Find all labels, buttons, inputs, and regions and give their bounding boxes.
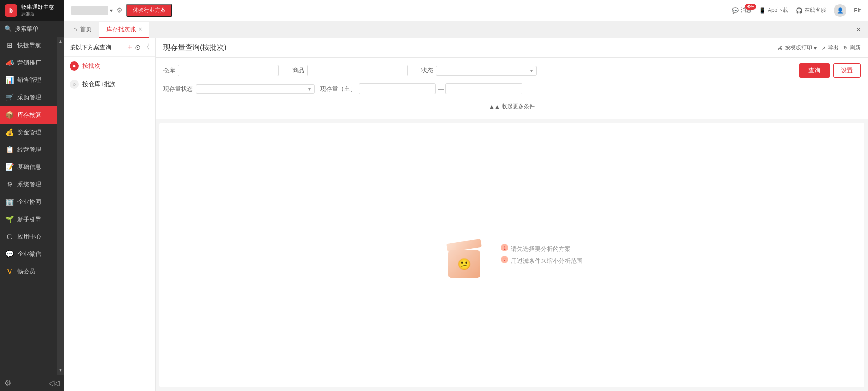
sidebar-header: b 畅康通好生意 标准版: [0, 0, 64, 21]
status-select[interactable]: ▾: [436, 66, 537, 76]
sidebar-item-newbie[interactable]: 🌱 新手引导: [0, 211, 57, 228]
app-logo: b: [5, 4, 17, 17]
product-more-button[interactable]: ···: [411, 67, 416, 74]
empty-box-lid: [446, 239, 482, 252]
trial-button[interactable]: 体验行业方案: [126, 4, 172, 17]
filter-item-by-batch[interactable]: ● 按批次: [64, 57, 155, 75]
warehouse-label: 仓库: [163, 66, 175, 75]
export-icon: ↗: [821, 45, 826, 51]
quantity-range: —: [359, 83, 522, 94]
query-header: 现存量查询(按批次) 🖨 按模板打印 ▾ ↗ 导出 ↻ 刷新: [156, 38, 868, 58]
second-filter-row: 现存量状态 ▾ 现存量（主） —: [163, 83, 861, 94]
app-version: 标准版: [21, 11, 54, 17]
print-button[interactable]: 🖨 按模板打印 ▾: [777, 44, 817, 52]
search-menu-item[interactable]: 🔍 搜索菜单: [0, 21, 64, 37]
sidebar-item-wechat[interactable]: 💬 企业微信: [0, 245, 57, 263]
message-icon: 💬: [732, 7, 739, 14]
print-dropdown-arrow[interactable]: ▾: [814, 45, 817, 51]
empty-text: 1 请先选择要分析的方案 2 用过滤条件来缩小分析范围: [501, 243, 582, 267]
filter-add-button[interactable]: +: [128, 43, 132, 52]
filter-inactive-icon: ○: [73, 81, 76, 87]
scroll-up-arrow[interactable]: ▲: [57, 38, 64, 44]
sidebar-item-marketing[interactable]: 📣 营销推广: [0, 54, 57, 71]
filter-dot-active: ●: [70, 61, 79, 71]
sidebar-item-sales[interactable]: 📊 销售管理: [0, 71, 57, 89]
online-service-button[interactable]: 🎧 在线客服: [796, 6, 826, 14]
empty-illustration: 😕: [441, 232, 487, 278]
members-icon: V: [5, 267, 14, 275]
tab-panel-close-button[interactable]: ×: [851, 26, 866, 34]
page-title: 现存量查询(按批次): [163, 43, 227, 53]
filter-row: 仓库 ··· 商品 ··· 状态 ▾: [156, 58, 868, 119]
query-header-actions: 🖨 按模板打印 ▾ ↗ 导出 ↻ 刷新: [777, 44, 861, 52]
quantity-min-input[interactable]: [359, 83, 436, 94]
refresh-button[interactable]: ↻ 刷新: [843, 44, 861, 52]
sidebar-item-basic[interactable]: 📝 基础信息: [0, 158, 57, 176]
sidebar-settings-icon[interactable]: ⚙: [5, 379, 11, 387]
headset-icon: 🎧: [796, 7, 802, 14]
sidebar-item-enterprise[interactable]: 🏢 企业协同: [0, 193, 57, 211]
empty-state: 😕 1 请先选择要分析的方案 2 用过滤条件来缩小分析范围: [159, 123, 864, 387]
product-input[interactable]: [307, 65, 408, 76]
system-icon: ⚙: [5, 180, 14, 189]
filter-item-by-warehouse-batch[interactable]: ○ 按仓库+批次: [64, 75, 155, 93]
collapse-more-button[interactable]: ▲▲ 收起更多条件: [163, 100, 861, 113]
tab-inventory-batch[interactable]: 库存批次账 ×: [99, 22, 149, 38]
quick-nav-icon: ⊞: [5, 41, 14, 49]
topbar-settings-icon[interactable]: ⚙: [116, 6, 123, 15]
sidebar-item-members[interactable]: V 畅会员: [0, 263, 57, 280]
dropdown-arrow-icon: ▾: [110, 7, 113, 14]
main-wrapper: ▾ ⚙ 体验行业方案 💬 消息 99+ 📱 App下载 🎧 在线客服 👤 Rit: [64, 0, 868, 391]
sidebar-item-apps[interactable]: ⬡ 应用中心: [0, 228, 57, 245]
messages-button[interactable]: 💬 消息 99+: [732, 6, 752, 14]
tab-close-icon[interactable]: ×: [139, 26, 142, 33]
filter-active-icon: ●: [73, 63, 76, 69]
inventory-status-label: 现存量状态: [163, 85, 193, 93]
operations-icon: 📋: [5, 146, 14, 154]
quantity-max-input[interactable]: [445, 83, 522, 94]
username-label: Rit: [854, 7, 861, 14]
hint-1: 请先选择要分析的方案: [511, 243, 571, 255]
filter-actions: 查询 设置: [799, 63, 861, 78]
export-button[interactable]: ↗ 导出: [821, 44, 839, 52]
filter-collapse-button[interactable]: 《: [143, 43, 150, 52]
collapse-up-icon: ▲▲: [489, 103, 500, 110]
hint-item-1: 1 请先选择要分析的方案: [501, 243, 582, 255]
query-area: 现存量查询(按批次) 🖨 按模板打印 ▾ ↗ 导出 ↻ 刷新: [156, 38, 868, 391]
settings-button[interactable]: 设置: [833, 63, 861, 78]
page-content: 按以下方案查询 + ⊙ 《 ● 按批次 ○ 按仓库+批次: [64, 38, 868, 391]
search-icon: 🔍: [5, 25, 12, 32]
app-name: 畅康通好生意: [21, 4, 54, 11]
tabs-bar: ⌂ 首页 库存批次账 × ×: [64, 21, 868, 38]
sidebar-item-finance[interactable]: 💰 资金管理: [0, 124, 57, 141]
topbar-dropdown[interactable]: ▾: [71, 6, 113, 15]
user-avatar[interactable]: 👤: [834, 4, 846, 17]
sidebar-item-quick-nav[interactable]: ⊞ 快捷导航: [0, 37, 57, 54]
user-icon: 👤: [837, 7, 844, 14]
filter-panel: 按以下方案查询 + ⊙ 《 ● 按批次 ○ 按仓库+批次: [64, 38, 156, 391]
status-select-arrow: ▾: [530, 68, 533, 73]
filter-dot-inactive: ○: [70, 80, 79, 89]
warehouse-more-button[interactable]: ···: [281, 67, 287, 74]
query-button[interactable]: 查询: [799, 63, 830, 78]
sidebar-footer: ⚙ ◁◁: [0, 375, 64, 391]
sidebar-item-inventory[interactable]: 📦 库存核算: [0, 106, 57, 124]
purchase-icon: 🛒: [5, 93, 14, 102]
home-icon: ⌂: [73, 26, 77, 33]
basic-icon: 📝: [5, 163, 14, 171]
scroll-down-arrow[interactable]: ▼: [57, 367, 64, 374]
marketing-icon: 📣: [5, 59, 14, 67]
apps-icon: ⬡: [5, 233, 14, 241]
app-download-button[interactable]: 📱 App下载: [759, 6, 788, 14]
warehouse-input[interactable]: [178, 65, 279, 76]
newbie-icon: 🌱: [5, 215, 14, 223]
sidebar-item-operations[interactable]: 📋 经营管理: [0, 141, 57, 158]
topbar: ▾ ⚙ 体验行业方案 💬 消息 99+ 📱 App下载 🎧 在线客服 👤 Rit: [64, 0, 868, 21]
sidebar-item-system[interactable]: ⚙ 系统管理: [0, 176, 57, 193]
sidebar-collapse-icon[interactable]: ◁◁: [49, 379, 60, 387]
sales-icon: 📊: [5, 76, 14, 84]
filter-settings-button[interactable]: ⊙: [135, 43, 141, 52]
inventory-status-select[interactable]: ▾: [196, 84, 315, 94]
sidebar-item-purchase[interactable]: 🛒 采购管理: [0, 89, 57, 106]
tab-home[interactable]: ⌂ 首页: [66, 22, 99, 38]
